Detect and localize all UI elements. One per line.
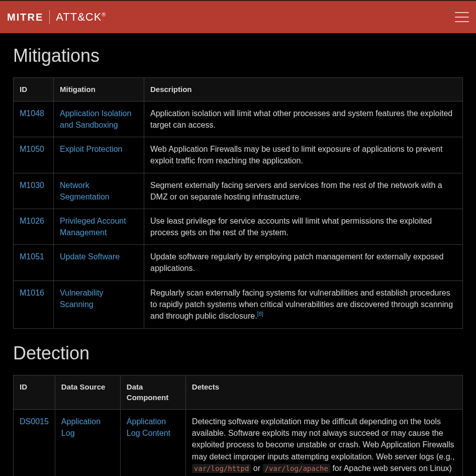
mitigation-id-link[interactable]: M1048	[20, 109, 44, 118]
menu-toggle-icon[interactable]	[455, 12, 469, 22]
table-header-row: ID Data Source Data Component Detects	[14, 375, 463, 410]
datacomponent-link[interactable]: Application Log Content	[127, 417, 170, 437]
col-id-header: ID	[14, 375, 55, 410]
citation-link[interactable]: [8]	[257, 311, 263, 317]
logo-separator	[49, 10, 50, 24]
mitigation-id-link[interactable]: M1051	[20, 252, 44, 261]
content-area: Mitigations ID Mitigation Description M1…	[0, 33, 476, 476]
mitigation-name-link[interactable]: Privileged Account Management	[60, 217, 126, 237]
mitigation-name-link[interactable]: Application Isolation and Sandboxing	[60, 109, 131, 129]
mitigation-description: Web Application Firewalls may be used to…	[144, 137, 463, 173]
mitigation-description: Segment externally facing servers and se…	[144, 173, 463, 209]
mitigation-description: Use least privilege for service accounts…	[144, 209, 463, 244]
detection-heading: Detection	[13, 343, 463, 364]
mitigation-id-link[interactable]: M1050	[20, 145, 44, 153]
detection-table: ID Data Source Data Component Detects DS…	[13, 375, 463, 476]
col-datasource-header: Data Source	[55, 375, 120, 410]
mitigations-heading: Mitigations	[13, 45, 463, 66]
col-mitigation-header: Mitigation	[54, 78, 144, 102]
table-row: DS0015 Application Log Application Log C…	[14, 410, 463, 476]
table-row: M1051 Update Software Update software re…	[14, 245, 463, 280]
log-path-code: var/log/httpd	[192, 464, 251, 473]
log-path-code: /var/log/apache	[263, 464, 330, 473]
logo-mitre-text: MITRE	[7, 12, 43, 23]
table-header-row: ID Mitigation Description	[14, 78, 463, 102]
table-row: M1016 Vulnerability Scanning Regularly s…	[14, 280, 463, 328]
mitigation-name-link[interactable]: Network Segmentation	[60, 181, 110, 201]
datasource-id-link[interactable]: DS0015	[20, 417, 49, 426]
col-datacomponent-header: Data Component	[120, 375, 185, 410]
mitigation-id-link[interactable]: M1026	[20, 217, 44, 225]
col-description-header: Description	[144, 78, 463, 102]
col-detects-header: Detects	[185, 375, 462, 410]
mitigation-description: Regularly scan externally facing systems…	[144, 280, 463, 328]
logo[interactable]: MITRE ATT&CK®	[7, 10, 106, 24]
mitigation-name-link[interactable]: Update Software	[60, 252, 120, 261]
mitigation-description: Application isolation will limit what ot…	[144, 101, 463, 137]
table-row: M1048 Application Isolation and Sandboxi…	[14, 101, 463, 137]
topbar: MITRE ATT&CK®	[0, 0, 476, 33]
mitigation-id-link[interactable]: M1030	[20, 181, 44, 189]
table-row: M1030 Network Segmentation Segment exter…	[14, 173, 463, 209]
mitigation-name-link[interactable]: Vulnerability Scanning	[60, 289, 104, 309]
table-row: M1026 Privileged Account Management Use …	[14, 209, 463, 244]
logo-attack-text: ATT&CK®	[56, 11, 106, 24]
mitigation-name-link[interactable]: Exploit Protection	[60, 145, 123, 153]
mitigations-table: ID Mitigation Description M1048 Applicat…	[13, 77, 463, 329]
table-row: M1050 Exploit Protection Web Application…	[14, 137, 463, 173]
mitigation-description: Update software regularly by employing p…	[144, 245, 463, 280]
datasource-name-link[interactable]: Application Log	[61, 417, 101, 437]
detects-description: Detecting software exploitation may be d…	[185, 410, 462, 476]
col-id-header: ID	[14, 78, 54, 102]
mitigation-id-link[interactable]: M1016	[20, 289, 44, 297]
